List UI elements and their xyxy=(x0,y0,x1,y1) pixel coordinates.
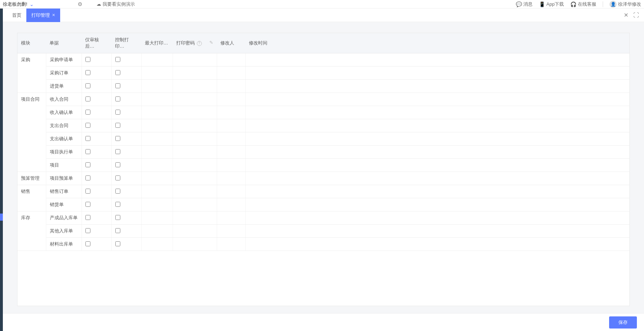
control-print-checkbox[interactable] xyxy=(115,70,120,75)
control-print-checkbox[interactable] xyxy=(115,123,120,128)
modifier-cell xyxy=(217,67,245,80)
after-audit-checkbox[interactable] xyxy=(85,57,90,62)
control-print-cell xyxy=(111,146,141,159)
top-header: 徐老板勿删! ⌄ ⚙ ☁ 我要看实例演示 💬 消息 📱 App下载 🎧 在线客服… xyxy=(0,0,644,9)
modifier-cell xyxy=(217,238,245,251)
after-audit-checkbox[interactable] xyxy=(85,202,90,207)
after-audit-checkbox[interactable] xyxy=(85,149,90,154)
after-audit-checkbox[interactable] xyxy=(85,215,90,220)
fullscreen-button[interactable]: ⛶ xyxy=(633,12,639,19)
after-audit-cell xyxy=(82,53,111,67)
after-audit-checkbox[interactable] xyxy=(85,110,90,115)
password-cell xyxy=(173,119,217,132)
after-audit-checkbox[interactable] xyxy=(85,241,90,246)
demo-link-label: 我要看实例演示 xyxy=(103,1,135,7)
control-print-checkbox[interactable] xyxy=(115,175,120,180)
company-selector[interactable]: 徐老板勿删! ⌄ xyxy=(3,1,74,7)
main-area: 首页 打印管理 ✕ ✕ ⛶ xyxy=(3,9,644,331)
modify-time-cell xyxy=(245,211,629,225)
close-all-button[interactable]: ✕ xyxy=(624,12,628,19)
doc-cell: 项目预算单 xyxy=(46,172,82,185)
doc-cell: 其他入库单 xyxy=(46,225,82,238)
max-print-cell xyxy=(141,211,173,225)
th-module: 模块 xyxy=(17,33,46,53)
control-print-checkbox[interactable] xyxy=(115,202,120,207)
max-print-cell xyxy=(141,67,173,80)
control-print-checkbox[interactable] xyxy=(115,136,120,141)
control-print-checkbox[interactable] xyxy=(115,83,120,88)
user-menu[interactable]: 👤 徐泽华修改 xyxy=(609,1,641,8)
messages-link[interactable]: 💬 消息 xyxy=(516,1,533,7)
control-print-checkbox[interactable] xyxy=(115,110,120,115)
control-print-checkbox[interactable] xyxy=(115,57,120,62)
after-audit-cell xyxy=(82,146,111,159)
after-audit-checkbox[interactable] xyxy=(85,228,90,233)
control-print-cell xyxy=(111,198,141,211)
control-print-checkbox[interactable] xyxy=(115,215,120,220)
after-audit-checkbox[interactable] xyxy=(85,162,90,167)
tab-home[interactable]: 首页 xyxy=(7,9,26,22)
table-row: 材料出库单 xyxy=(17,238,629,251)
control-print-cell xyxy=(111,238,141,251)
password-cell xyxy=(173,211,217,225)
support-link[interactable]: 🎧 在线客服 xyxy=(570,1,596,7)
modify-time-cell xyxy=(245,146,629,159)
control-print-checkbox[interactable] xyxy=(115,189,120,194)
after-audit-checkbox[interactable] xyxy=(85,70,90,75)
modifier-cell xyxy=(217,119,245,132)
password-cell xyxy=(173,198,217,211)
max-print-cell xyxy=(141,53,173,67)
table-scroll[interactable]: 模块 单据 仅审核后… 控制打印… 最大打印… 打印密码 ? ✎ xyxy=(17,33,629,306)
after-audit-checkbox[interactable] xyxy=(85,123,90,128)
after-audit-checkbox[interactable] xyxy=(85,189,90,194)
th-modify-time: 修改时间 xyxy=(245,33,629,53)
demo-link[interactable]: ☁ 我要看实例演示 xyxy=(96,1,135,7)
after-audit-cell xyxy=(82,119,111,132)
doc-cell: 项目执行单 xyxy=(46,146,82,159)
th-doc: 单据 xyxy=(46,33,82,53)
module-cell: 销售 xyxy=(17,185,46,211)
control-print-checkbox[interactable] xyxy=(115,228,120,233)
content-area: 模块 单据 仅审核后… 控制打印… 最大打印… 打印密码 ? ✎ xyxy=(3,22,644,313)
modifier-cell xyxy=(217,106,245,119)
table-row: 采购采购申请单 xyxy=(17,53,629,67)
password-cell xyxy=(173,172,217,185)
max-print-cell xyxy=(141,132,173,146)
control-print-checkbox[interactable] xyxy=(115,149,120,154)
tabs-right-controls: ✕ ⛶ xyxy=(624,12,644,19)
control-print-cell xyxy=(111,67,141,80)
table-row: 支出合同 xyxy=(17,119,629,132)
control-print-checkbox[interactable] xyxy=(115,96,120,101)
modify-time-cell xyxy=(245,106,629,119)
gear-icon[interactable]: ⚙ xyxy=(78,1,82,7)
modifier-cell xyxy=(217,211,245,225)
sidebar-collapsed[interactable] xyxy=(0,9,3,331)
password-cell xyxy=(173,225,217,238)
doc-cell: 材料出库单 xyxy=(46,238,82,251)
topbar-right: 💬 消息 📱 App下载 🎧 在线客服 👤 徐泽华修改 xyxy=(516,1,641,8)
app-download-link[interactable]: 📱 App下载 xyxy=(539,1,564,7)
table-row: 库存产成品入库单 xyxy=(17,211,629,225)
modify-time-cell xyxy=(245,67,629,80)
max-print-cell xyxy=(141,80,173,93)
table-row: 采购订单 xyxy=(17,67,629,80)
after-audit-checkbox[interactable] xyxy=(85,175,90,180)
password-cell xyxy=(173,185,217,198)
after-audit-cell xyxy=(82,198,111,211)
tab-print-management[interactable]: 打印管理 ✕ xyxy=(26,9,60,22)
doc-cell: 销货单 xyxy=(46,198,82,211)
after-audit-checkbox[interactable] xyxy=(85,96,90,101)
control-print-checkbox[interactable] xyxy=(115,241,120,246)
after-audit-checkbox[interactable] xyxy=(85,83,90,88)
help-icon[interactable]: ? xyxy=(197,41,202,46)
control-print-checkbox[interactable] xyxy=(115,162,120,167)
doc-cell: 支出合同 xyxy=(46,119,82,132)
password-cell xyxy=(173,93,217,106)
after-audit-checkbox[interactable] xyxy=(85,136,90,141)
module-cell: 采购 xyxy=(17,53,46,93)
doc-cell: 收入合同 xyxy=(46,93,82,106)
close-icon[interactable]: ✕ xyxy=(52,13,55,17)
after-audit-cell xyxy=(82,93,111,106)
edit-icon[interactable]: ✎ xyxy=(209,40,213,45)
save-button[interactable]: 保存 xyxy=(609,316,637,329)
